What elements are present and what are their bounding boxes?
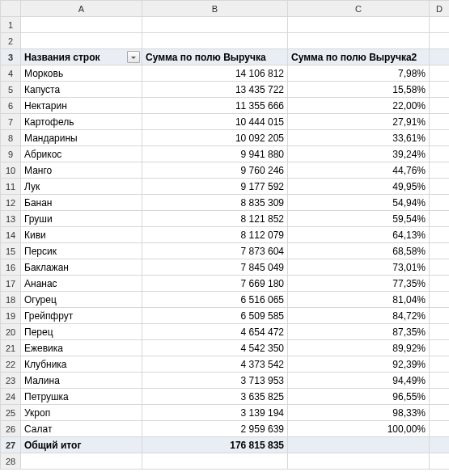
- row-label[interactable]: Ежевика: [21, 340, 142, 356]
- revenue-value[interactable]: 3 139 194: [142, 405, 288, 421]
- cell[interactable]: [430, 243, 450, 259]
- percent-value[interactable]: 96,55%: [288, 389, 430, 405]
- row-label[interactable]: Картофель: [21, 114, 142, 130]
- cell[interactable]: [430, 130, 450, 146]
- row-label[interactable]: Нектарин: [21, 98, 142, 114]
- percent-value[interactable]: 59,54%: [288, 211, 430, 227]
- row-label[interactable]: Грейпфрут: [21, 308, 142, 324]
- cell[interactable]: [430, 162, 450, 179]
- row-label[interactable]: Петрушка: [21, 389, 142, 405]
- row-header-27[interactable]: 27: [1, 437, 21, 453]
- percent-value[interactable]: 49,95%: [288, 179, 430, 195]
- row-header-24[interactable]: 24: [1, 389, 21, 405]
- row-header-18[interactable]: 18: [1, 292, 21, 308]
- cell[interactable]: [430, 114, 450, 130]
- revenue-value[interactable]: 9 760 246: [142, 162, 288, 179]
- cell[interactable]: [21, 17, 142, 33]
- percent-value[interactable]: 44,76%: [288, 162, 430, 179]
- row-header-20[interactable]: 20: [1, 324, 21, 340]
- grand-total-percent[interactable]: [288, 437, 430, 453]
- percent-value[interactable]: 87,35%: [288, 324, 430, 340]
- row-label[interactable]: Капуста: [21, 82, 142, 98]
- cell[interactable]: [430, 389, 450, 405]
- cell[interactable]: [288, 33, 430, 49]
- cell[interactable]: [430, 33, 450, 49]
- cell[interactable]: [430, 292, 450, 308]
- row-label[interactable]: Банан: [21, 195, 142, 211]
- row-label[interactable]: Мандарины: [21, 130, 142, 146]
- row-label[interactable]: Манго: [21, 162, 142, 179]
- revenue-value[interactable]: 4 373 542: [142, 356, 288, 373]
- cell[interactable]: [430, 276, 450, 292]
- cell[interactable]: [430, 437, 450, 453]
- percent-value[interactable]: 39,24%: [288, 146, 430, 162]
- row-header-12[interactable]: 12: [1, 195, 21, 211]
- percent-value[interactable]: 81,04%: [288, 292, 430, 308]
- row-header-5[interactable]: 5: [1, 82, 21, 98]
- cell[interactable]: [142, 453, 288, 470]
- row-header-14[interactable]: 14: [1, 227, 21, 243]
- cell[interactable]: [430, 308, 450, 324]
- row-header-21[interactable]: 21: [1, 340, 21, 356]
- pivot-row-labels-header[interactable]: Названия строк: [21, 49, 142, 65]
- spreadsheet-grid[interactable]: A B C D 12 3 Названия строк Сумма по пол…: [0, 0, 449, 470]
- revenue-value[interactable]: 9 941 880: [142, 146, 288, 162]
- filter-dropdown-button[interactable]: [127, 51, 140, 63]
- row-label[interactable]: Груши: [21, 211, 142, 227]
- grand-total-revenue[interactable]: 176 815 835: [142, 437, 288, 453]
- cell[interactable]: [430, 453, 450, 470]
- revenue-value[interactable]: 3 635 825: [142, 389, 288, 405]
- cell[interactable]: [430, 405, 450, 421]
- row-header-15[interactable]: 15: [1, 243, 21, 259]
- percent-value[interactable]: 94,49%: [288, 373, 430, 389]
- row-header-2[interactable]: 2: [1, 33, 21, 49]
- row-label[interactable]: Персик: [21, 243, 142, 259]
- row-label[interactable]: Клубника: [21, 356, 142, 373]
- revenue-value[interactable]: 8 835 309: [142, 195, 288, 211]
- row-label[interactable]: Абрикос: [21, 146, 142, 162]
- percent-value[interactable]: 7,98%: [288, 65, 430, 82]
- revenue-value[interactable]: 8 112 079: [142, 227, 288, 243]
- revenue-value[interactable]: 11 355 666: [142, 98, 288, 114]
- cell[interactable]: [430, 179, 450, 195]
- row-header-6[interactable]: 6: [1, 98, 21, 114]
- cell[interactable]: [288, 453, 430, 470]
- percent-value[interactable]: 15,58%: [288, 82, 430, 98]
- grand-total-label[interactable]: Общий итог: [21, 437, 142, 453]
- revenue-value[interactable]: 6 509 585: [142, 308, 288, 324]
- cell[interactable]: [430, 211, 450, 227]
- row-label[interactable]: Лук: [21, 179, 142, 195]
- select-all-corner[interactable]: [1, 1, 21, 17]
- row-header-16[interactable]: 16: [1, 259, 21, 276]
- cell[interactable]: [430, 373, 450, 389]
- row-label[interactable]: Перец: [21, 324, 142, 340]
- cell[interactable]: [430, 421, 450, 437]
- percent-value[interactable]: 89,92%: [288, 340, 430, 356]
- percent-value[interactable]: 77,35%: [288, 276, 430, 292]
- percent-value[interactable]: 98,33%: [288, 405, 430, 421]
- row-label[interactable]: Салат: [21, 421, 142, 437]
- revenue-value[interactable]: 7 873 604: [142, 243, 288, 259]
- percent-value[interactable]: 68,58%: [288, 243, 430, 259]
- pivot-value-header-2[interactable]: Сумма по полю Выручка2: [288, 49, 430, 65]
- revenue-value[interactable]: 7 845 049: [142, 259, 288, 276]
- row-label[interactable]: Малина: [21, 373, 142, 389]
- col-header-c[interactable]: C: [288, 1, 430, 17]
- percent-value[interactable]: 27,91%: [288, 114, 430, 130]
- row-header-7[interactable]: 7: [1, 114, 21, 130]
- row-header-8[interactable]: 8: [1, 130, 21, 146]
- pivot-value-header-1[interactable]: Сумма по полю Выручка: [142, 49, 288, 65]
- row-header-17[interactable]: 17: [1, 276, 21, 292]
- revenue-value[interactable]: 10 092 205: [142, 130, 288, 146]
- row-header-11[interactable]: 11: [1, 179, 21, 195]
- cell[interactable]: [430, 356, 450, 373]
- row-header-4[interactable]: 4: [1, 65, 21, 82]
- row-header-25[interactable]: 25: [1, 405, 21, 421]
- cell[interactable]: [430, 82, 450, 98]
- revenue-value[interactable]: 13 435 722: [142, 82, 288, 98]
- revenue-value[interactable]: 14 106 812: [142, 65, 288, 82]
- revenue-value[interactable]: 8 121 852: [142, 211, 288, 227]
- row-header-1[interactable]: 1: [1, 17, 21, 33]
- cell[interactable]: [430, 17, 450, 33]
- revenue-value[interactable]: 9 177 592: [142, 179, 288, 195]
